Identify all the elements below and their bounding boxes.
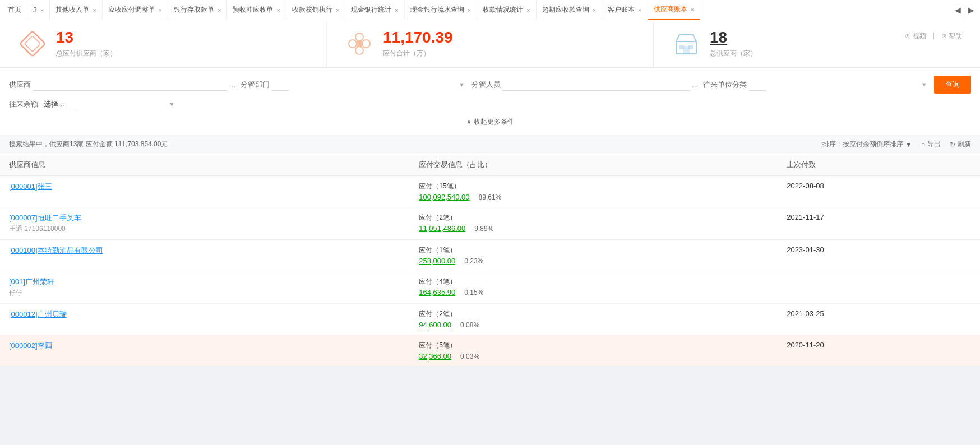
nav-bank-deposit-close[interactable]: × xyxy=(218,7,221,13)
balance-select[interactable]: 选择... xyxy=(40,98,78,110)
supplier-table: 供应商信息 应付交易信息（占比） 上次付数 [000001]张三应付（15笔）1… xyxy=(0,154,980,367)
nav-other-income[interactable]: 其他收入单 × xyxy=(50,0,102,20)
tx-count: 应付（2笔） xyxy=(419,309,769,319)
nav-customer-ledger-close[interactable]: × xyxy=(638,7,641,13)
col-last-pay: 上次付数 xyxy=(778,154,980,176)
nav-prepay-offset-close[interactable]: × xyxy=(276,7,280,13)
supplier-cell: [000012]广州贝瑞 xyxy=(0,304,410,335)
divider: | xyxy=(933,31,935,41)
nav-tab-3[interactable]: 3 × xyxy=(27,0,50,20)
nav-supplier-ledger-label: 供应商账本 xyxy=(654,4,687,14)
nav-cash-bank-stat-close[interactable]: × xyxy=(395,7,398,13)
supplier-input[interactable] xyxy=(33,78,227,91)
col-supplier-info: 供应商信息 xyxy=(0,154,410,176)
nav-collection-stat[interactable]: 收款情况统计 × xyxy=(477,0,536,20)
svg-point-6 xyxy=(356,40,363,47)
result-summary: 搜索结果中，供应商13家 应付金额 111,703,854.00元 xyxy=(9,140,168,149)
category-select[interactable] xyxy=(749,78,766,91)
nav-collection-stat-close[interactable]: × xyxy=(526,7,530,13)
collapse-chevron-icon: ∧ xyxy=(466,118,471,126)
sort-chevron-icon: ▼ xyxy=(905,141,912,149)
collapse-label: 收起更多条件 xyxy=(474,117,514,127)
query-button[interactable]: 查询 xyxy=(934,76,971,94)
nav-ar-ap-adjust-close[interactable]: × xyxy=(159,7,162,13)
export-label: 导出 xyxy=(927,140,941,149)
amount-value[interactable]: 100,092,540.00 xyxy=(419,193,469,201)
nav-tab-3-close[interactable]: × xyxy=(40,7,44,13)
nav-customer-ledger-label: 客户账本 xyxy=(608,5,635,15)
nav-collection-stat-label: 收款情况统计 xyxy=(483,5,523,15)
export-button[interactable]: ○ 导出 xyxy=(921,140,941,149)
filter-area: 供应商 ... 分管部门 ▼ 分管人员 ... 往来单位分类 xyxy=(0,68,980,135)
nav-supplier-ledger[interactable]: 供应商账本 × xyxy=(648,0,700,20)
nav-collection-verify-label: 收款核销执行 xyxy=(292,5,332,15)
svg-rect-9 xyxy=(679,45,684,49)
supplier-link[interactable]: [000007]恒旺二手叉车 xyxy=(9,214,81,222)
nav-home-label: 首页 xyxy=(8,5,21,15)
supplier-cell: [000002]李四 xyxy=(0,335,410,367)
nav-cash-bank-stat[interactable]: 现金银行统计 × xyxy=(345,0,404,20)
nav-overdue-ar-close[interactable]: × xyxy=(593,7,596,13)
amount-value[interactable]: 94,600.00 xyxy=(419,321,451,329)
amount-value[interactable]: 164,635.90 xyxy=(419,288,455,296)
table-header-row: 供应商信息 应付交易信息（占比） 上次付数 xyxy=(0,154,980,176)
nav-supplier-ledger-close[interactable]: × xyxy=(691,6,694,13)
filter-row-1: 供应商 ... 分管部门 ▼ 分管人员 ... 往来单位分类 xyxy=(9,76,971,94)
navigation-bar: 首页 3 × 其他收入单 × 应收应付调整单 × 银行存取款单 × 预收冲应收单… xyxy=(0,0,980,20)
stat-payable-total-card: 11,170.39 应付合计（万） xyxy=(327,20,654,67)
dept-select-wrap: ▼ xyxy=(272,78,468,91)
sort-control[interactable]: 排序：按应付余额倒序排序 ▼ xyxy=(822,140,912,149)
amount-value[interactable]: 258,000.00 xyxy=(419,257,455,265)
tx-count: 应付（1笔） xyxy=(419,245,769,255)
tx-cell: 应付（2笔）11,051,486.009.89% xyxy=(410,207,778,240)
nav-prev-arrow[interactable]: ◀ xyxy=(951,0,964,20)
nav-home[interactable]: 首页 xyxy=(2,0,27,20)
amount-value[interactable]: 32,366.00 xyxy=(419,352,451,360)
stat-payable-suppliers-value: 13 xyxy=(56,29,117,47)
svg-rect-0 xyxy=(20,31,45,56)
supplier-ellipsis[interactable]: ... xyxy=(229,80,236,89)
supplier-link[interactable]: [000002]李四 xyxy=(9,341,52,350)
dept-select[interactable] xyxy=(272,78,289,91)
supplier-link[interactable]: [000100]本特勤油品有限公司 xyxy=(9,246,103,254)
supplier-link[interactable]: [001]广州荣轩 xyxy=(9,277,54,286)
supplier-link[interactable]: [000001]张三 xyxy=(9,182,52,191)
tx-percent: 0.03% xyxy=(460,353,479,360)
filter-person: 分管人员 ... xyxy=(471,78,699,91)
nav-collection-verify[interactable]: 收款核销执行 × xyxy=(286,0,345,20)
nav-prepay-offset[interactable]: 预收冲应收单 × xyxy=(227,0,286,20)
collapse-button[interactable]: ∧ 收起更多条件 xyxy=(460,115,521,129)
dept-label: 分管部门 xyxy=(241,80,270,90)
nav-next-arrow[interactable]: ▶ xyxy=(964,0,978,20)
person-input[interactable] xyxy=(503,78,690,91)
filter-category: 往来单位分类 ▼ xyxy=(703,78,930,91)
nav-other-income-close[interactable]: × xyxy=(93,7,96,13)
tx-percent: 0.23% xyxy=(464,257,483,265)
nav-bank-deposit-label: 银行存取款单 xyxy=(174,5,214,15)
table-row: [001]广州荣轩仔仔应付（4笔）164,635.900.15% xyxy=(0,271,980,304)
nav-cash-bank-flow-label: 现金银行流水查询 xyxy=(410,5,464,15)
tx-percent: 9.89% xyxy=(474,225,493,233)
last-pay-cell: 2020-11-20 xyxy=(778,335,980,367)
nav-bank-deposit[interactable]: 银行存取款单 × xyxy=(168,0,227,20)
shop-icon xyxy=(672,29,701,58)
refresh-button[interactable]: ↻ 刷新 xyxy=(950,140,971,149)
flower-icon xyxy=(345,29,374,58)
person-ellipsis[interactable]: ... xyxy=(692,80,699,89)
nav-cash-bank-flow[interactable]: 现金银行流水查询 × xyxy=(405,0,477,20)
export-icon: ○ xyxy=(921,141,925,149)
nav-overdue-ar[interactable]: 超期应收款查询 × xyxy=(537,0,602,20)
stat-payable-suppliers-label: 总应付供应商（家） xyxy=(56,49,117,58)
tx-cell: 应付（2笔）94,600.000.08% xyxy=(410,304,778,335)
supplier-cell: [000001]张三 xyxy=(0,176,410,207)
nav-collection-verify-close[interactable]: × xyxy=(336,7,339,13)
nav-arrows: ◀ ▶ xyxy=(951,0,978,20)
filter-balance: 往来余额 选择... ▼ xyxy=(9,98,177,110)
help-link[interactable]: ⊙ 帮助 xyxy=(941,31,962,41)
supplier-link[interactable]: [000012]广州贝瑞 xyxy=(9,310,67,318)
nav-cash-bank-flow-close[interactable]: × xyxy=(468,7,471,13)
nav-ar-ap-adjust[interactable]: 应收应付调整单 × xyxy=(103,0,168,20)
amount-value[interactable]: 11,051,486.00 xyxy=(419,224,465,233)
video-link[interactable]: ⊙ 视频 xyxy=(905,31,926,41)
nav-customer-ledger[interactable]: 客户账本 × xyxy=(602,0,648,20)
